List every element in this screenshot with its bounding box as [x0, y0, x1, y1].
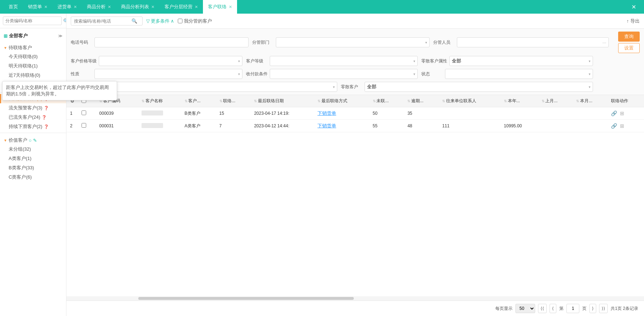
- row-select-checkbox[interactable]: [82, 110, 86, 115]
- sidebar-item-declining[interactable]: 持续下滑客户(2) ❓: [0, 122, 66, 131]
- pending-column-header[interactable]: 未联...: [369, 95, 404, 107]
- sidebar-item-today[interactable]: 今天待联络(0): [0, 52, 66, 61]
- close-icon[interactable]: ✕: [108, 5, 111, 9]
- sidebar-search-icon[interactable]: 🔍: [63, 18, 66, 24]
- retail-select[interactable]: 全部 ▾: [365, 82, 593, 92]
- filter-payment: 收付款条件 ▾: [246, 69, 418, 79]
- row-select-checkbox[interactable]: [82, 123, 86, 128]
- grid-action-icon[interactable]: ⊞: [620, 110, 624, 116]
- last-contact-date: 2023-04-12 14:44:: [250, 120, 314, 132]
- name-placeholder: [142, 110, 163, 115]
- nav-purchase-order[interactable]: 进货单 ✕: [52, 0, 82, 14]
- scrollbar-thumb[interactable]: [138, 297, 354, 300]
- overdue-column-header[interactable]: 逾期...: [404, 95, 439, 107]
- horizontal-scrollbar[interactable]: [66, 296, 644, 301]
- name-column-header[interactable]: 客户名称: [138, 95, 181, 107]
- sidebar-item-ungrouped[interactable]: 未分组(32): [0, 145, 66, 154]
- export-icon: ↑: [627, 18, 629, 24]
- sidebar-item-a-class[interactable]: A类客户(1): [0, 154, 66, 163]
- more-conditions-button[interactable]: ▽ 更多条件 ∧: [146, 18, 174, 24]
- dept-select[interactable]: ▾: [276, 37, 430, 47]
- filter-customer-level: 客户等级 ▾: [246, 56, 418, 66]
- search-input[interactable]: [74, 19, 131, 24]
- edit-icon[interactable]: ○: [29, 138, 32, 143]
- sidebar-item-lost[interactable]: 已流失客户(24) ❓: [0, 113, 66, 122]
- settings-icon[interactable]: ✎: [33, 138, 37, 143]
- grid-action-icon[interactable]: ⊞: [620, 123, 624, 129]
- contact-column-header[interactable]: 联络...: [216, 95, 251, 107]
- next-page-button[interactable]: ⟩: [589, 304, 596, 313]
- page-size-select[interactable]: 50 100 200: [515, 304, 535, 313]
- last-contact-date-column-header[interactable]: 最后联络日期: [250, 95, 314, 107]
- link-icon[interactable]: 🔗: [611, 123, 617, 129]
- link-icon[interactable]: 🔗: [611, 110, 617, 116]
- window-close-button[interactable]: ✕: [627, 4, 640, 10]
- customer-type: A类客户: [181, 120, 216, 132]
- sidebar-search-input[interactable]: [3, 16, 62, 25]
- search-icon[interactable]: 🔍: [131, 18, 137, 24]
- all-customers-header[interactable]: ⊞ 全部客户 ≫: [4, 31, 62, 41]
- page-input[interactable]: [566, 304, 579, 313]
- filter-status: 状态 ▾: [421, 69, 593, 79]
- prev-page-button[interactable]: ⟨: [550, 304, 556, 313]
- sidebar-item-c-class[interactable]: C类客户(6): [0, 173, 66, 182]
- close-icon[interactable]: ✕: [44, 5, 47, 9]
- this-month-column-header[interactable]: 本月...: [573, 95, 607, 107]
- sidebar-item-7days[interactable]: 近7天待联络(0): [0, 71, 66, 80]
- overdue-days: 35: [404, 107, 439, 120]
- nav-product-analysis-list[interactable]: 商品分析列表 ✕: [116, 0, 159, 14]
- last-contact-method[interactable]: 下销货单: [314, 120, 369, 132]
- nav-customer-segments[interactable]: 客户分层经营 ✕: [159, 0, 203, 14]
- customer-level-select[interactable]: ▾: [270, 56, 418, 66]
- last-month-column-header[interactable]: 上月...: [538, 95, 573, 107]
- close-icon[interactable]: ✕: [195, 5, 198, 9]
- pending-contact-header[interactable]: ▼ 待联络客户: [0, 43, 66, 52]
- nav-customer-contact[interactable]: 客户联络 ✕: [203, 0, 237, 14]
- nav-sales-order[interactable]: 销货单 ✕: [23, 0, 52, 14]
- collapse-icon[interactable]: ≫: [58, 34, 62, 38]
- sidebar-item-b-class[interactable]: B类客户(33): [0, 163, 66, 173]
- retail-attr-select[interactable]: 全部 ▾: [449, 56, 593, 66]
- table-row: 1 000039 B类客户 15 2023-04-17 14:19: 下销货单 …: [66, 107, 644, 120]
- settings-button[interactable]: 设置: [618, 43, 640, 53]
- nav-product-analysis[interactable]: 商品分析 ✕: [82, 0, 116, 14]
- last-contact-method-column-header[interactable]: 最后联络方式: [314, 95, 369, 107]
- first-page-button[interactable]: ⟨⟨: [538, 304, 547, 313]
- my-customers-check[interactable]: [178, 19, 182, 23]
- my-customers-checkbox[interactable]: 我分管的客户: [178, 18, 212, 24]
- chevron-down-icon: ▾: [425, 41, 427, 44]
- last-page-button[interactable]: ⟩⟩: [599, 304, 608, 313]
- gender-select[interactable]: ▾: [94, 69, 242, 79]
- value-customer-header[interactable]: ▼ 价值客户 ○ ✎: [0, 136, 66, 145]
- close-icon[interactable]: ✕: [229, 5, 232, 9]
- customer-type-select[interactable]: ▾: [109, 82, 337, 92]
- value-customer-group: ▼ 价值客户 ○ ✎ 未分组(32) A类客户(1) B类客户(33) C类客户…: [0, 135, 66, 183]
- last-contact-method[interactable]: 下销货单: [314, 107, 369, 120]
- pagination-bar: 每页显示 50 100 200 ⟨⟨ ⟨ 第 页 ⟩ ⟩⟩ 共1页 2条记录: [66, 301, 644, 316]
- filter-customer-type: 客户类型 ▾: [85, 82, 337, 92]
- sidebar-item-tomorrow[interactable]: 明天待联络(1): [0, 61, 66, 71]
- status-select[interactable]: ▾: [445, 69, 593, 79]
- action-icons: 🔗 ⊞: [611, 123, 640, 129]
- payment-select[interactable]: ▾: [270, 69, 418, 79]
- chevron-icon: ∧: [171, 18, 174, 24]
- row-checkbox[interactable]: [78, 120, 96, 132]
- query-button[interactable]: 查询: [618, 32, 640, 42]
- type-column-header[interactable]: 客户...: [181, 95, 216, 107]
- phone-input[interactable]: [94, 37, 249, 47]
- close-icon[interactable]: ✕: [74, 5, 77, 9]
- export-button[interactable]: ↑ 导出: [627, 18, 640, 24]
- nav-home[interactable]: 首页: [4, 0, 23, 14]
- sidebar-item-churn-warning[interactable]: 流失预警客户(3) ❓: [0, 103, 66, 113]
- content-area: 🔍 ▽ 更多条件 ∧ 我分管的客户 ↑ 导出 电话号码: [66, 14, 644, 316]
- sidebar: 🔍 ⊞ 全部客户 ≫ ▼ 待联络客户 今天待联络(0) 明天待联络(1) 近7天…: [0, 14, 66, 316]
- action-cell: 🔗 ⊞: [607, 120, 644, 132]
- this-year-column-header[interactable]: 本年...: [500, 95, 538, 107]
- unit-contact-column-header[interactable]: 往来单位联系人: [439, 95, 500, 107]
- row-checkbox[interactable]: [78, 107, 96, 120]
- price-level-select[interactable]: ▾: [99, 56, 242, 66]
- overdue-days: 48: [404, 120, 439, 132]
- manager-select[interactable]: ···: [457, 37, 609, 47]
- close-icon[interactable]: ✕: [151, 5, 154, 9]
- customer-type: B类客户: [181, 107, 216, 120]
